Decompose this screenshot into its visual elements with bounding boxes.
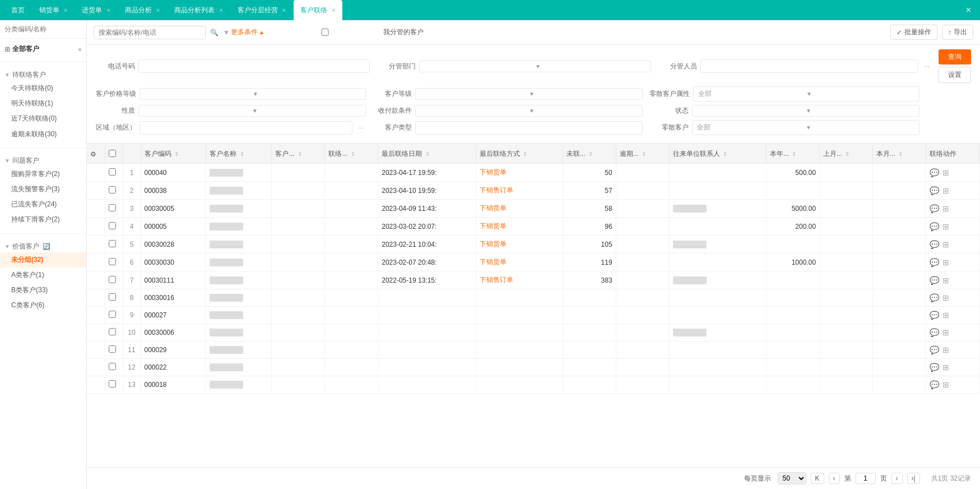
name-col-header[interactable]: 客户名称 ⇕ [206, 145, 272, 164]
row-checkbox[interactable] [109, 240, 116, 247]
last-method-cell[interactable]: 下销售订单 [476, 182, 563, 200]
row-checkbox[interactable] [109, 204, 116, 211]
row-checkbox[interactable] [109, 293, 116, 301]
row-checkbox[interactable] [109, 258, 116, 265]
sidebar-item-abnormal[interactable]: 囤购异常客户(2) [0, 167, 86, 182]
method-link[interactable]: 下销售订单 [480, 276, 513, 284]
page-number-input[interactable] [856, 473, 876, 484]
last-method-cell[interactable]: 下销货单 [476, 164, 563, 182]
chat-action-icon[interactable]: 💬 [930, 258, 939, 267]
region-dots-button[interactable]: ··· [356, 124, 366, 132]
customer-contact-tab-close[interactable]: × [332, 7, 335, 13]
sidebar-item-class-a[interactable]: A类客户(1) [0, 267, 86, 283]
status-select[interactable]: ▼ [692, 105, 919, 117]
sidebar-item-today-pending[interactable]: 今天待联络(0) [0, 81, 86, 96]
tab-home[interactable]: 首页 [4, 0, 31, 20]
pending-header[interactable]: ▼ 待联络客户 [0, 68, 86, 81]
this-year-col-header[interactable]: 本年... ⇕ [767, 145, 820, 164]
tab-customer-tier[interactable]: 客户分层经营 × [231, 0, 292, 20]
region-input[interactable] [140, 121, 352, 135]
checkbox-cell[interactable] [105, 218, 123, 236]
sidebar-search-input[interactable] [4, 25, 87, 33]
tab-purchase[interactable]: 进货单 × [75, 0, 117, 20]
chat-action-icon[interactable]: 💬 [930, 168, 939, 177]
chat-action-icon[interactable]: 💬 [930, 186, 939, 195]
checkbox-cell[interactable] [105, 271, 123, 289]
last-method-col-header[interactable]: 最后联络方式 ⇕ [476, 145, 563, 164]
next-page-button[interactable]: › [891, 473, 903, 484]
method-link[interactable]: 下销货单 [480, 222, 507, 230]
tab-sales[interactable]: 销货单 × [32, 0, 74, 20]
settings-col-header[interactable]: ⚙ [87, 145, 105, 164]
method-link[interactable]: 下销货单 [480, 204, 507, 212]
product-analysis-list-tab-close[interactable]: × [219, 7, 222, 13]
chat-action-icon[interactable]: 💬 [930, 328, 939, 337]
my-customers-checkbox[interactable] [269, 29, 381, 36]
checkbox-cell[interactable] [105, 164, 123, 182]
sparse-attr-select[interactable]: 全部 ▼ [693, 86, 919, 102]
customer-type-input[interactable] [415, 121, 643, 135]
row-checkbox[interactable] [109, 276, 116, 283]
grid-action-icon[interactable]: ⊞ [942, 186, 949, 195]
page-size-select[interactable]: 50 10 20 100 [778, 472, 806, 485]
chat-action-icon[interactable]: 💬 [930, 276, 939, 285]
tab-product-analysis[interactable]: 商品分析 × [118, 0, 166, 20]
sidebar-item-churned[interactable]: 已流失客户(24) [0, 197, 86, 212]
code-col-header[interactable]: 客户编码 ⇕ [141, 145, 206, 164]
grid-action-icon[interactable]: ⊞ [942, 311, 949, 320]
grid-action-icon[interactable]: ⊞ [942, 240, 949, 249]
filter-search-button[interactable]: 🔍 [210, 29, 219, 36]
sidebar-item-ungrouped[interactable]: 未分组(32) [0, 252, 86, 267]
prev-page-button[interactable]: ‹ [829, 473, 840, 484]
last-method-cell[interactable]: 下销货单 [476, 236, 563, 253]
checkbox-cell[interactable] [105, 376, 123, 394]
grid-action-icon[interactable]: ⊞ [942, 258, 949, 267]
sidebar-item-class-b[interactable]: B类客户(33) [0, 283, 86, 298]
checkbox-cell[interactable] [105, 289, 123, 307]
row-checkbox[interactable] [109, 363, 116, 370]
last-method-cell[interactable]: 下销货单 [476, 200, 563, 218]
batch-operation-button[interactable]: ✓ 批量操作 [890, 25, 937, 40]
first-page-button[interactable]: K [811, 473, 824, 484]
chat-action-icon[interactable]: 💬 [930, 240, 939, 249]
checkbox-cell[interactable] [105, 342, 123, 359]
contact-col-header[interactable]: 联络... ⇕ [325, 145, 378, 164]
collapse-sidebar-button[interactable]: « [78, 45, 82, 53]
sales-tab-close[interactable]: × [64, 7, 67, 13]
unit-contact-col-header[interactable]: 往来单位联系人 ⇕ [669, 145, 767, 164]
checkbox-cell[interactable] [105, 182, 123, 200]
export-button[interactable]: ↑ 导出 [942, 25, 973, 40]
method-link[interactable]: 下销售订单 [480, 186, 513, 194]
last-method-cell[interactable]: 下销售订单 [476, 271, 563, 289]
purchase-tab-close[interactable]: × [106, 7, 110, 13]
checkbox-col-header[interactable] [105, 145, 123, 164]
sidebar-item-overdue-pending[interactable]: 逾期未联络(30) [0, 127, 86, 142]
sidebar-item-7day-pending[interactable]: 近7天待联络(0) [0, 111, 86, 126]
grid-action-icon[interactable]: ⊞ [942, 363, 949, 372]
checkbox-cell[interactable] [105, 307, 123, 324]
sidebar-item-class-c[interactable]: C类客户(6) [0, 298, 86, 313]
row-checkbox[interactable] [109, 168, 116, 176]
row-checkbox[interactable] [109, 328, 116, 335]
this-month-col-header[interactable]: 本月... ⇕ [873, 145, 926, 164]
last-date-col-header[interactable]: 最后联络日期 ⇕ [378, 145, 476, 164]
checkbox-cell[interactable] [105, 253, 123, 271]
grid-action-icon[interactable]: ⊞ [942, 168, 949, 177]
more-conditions-button[interactable]: ▼ 更多条件 ▲ [223, 27, 264, 37]
last-method-cell[interactable]: 下销货单 [476, 218, 563, 236]
sidebar-item-tomorrow-pending[interactable]: 明天待联络(1) [0, 96, 86, 111]
nature-select[interactable]: ▼ [138, 105, 366, 117]
problem-header[interactable]: ▼ 问题客户 [0, 154, 86, 167]
tab-customer-contact[interactable]: 客户联络 × [294, 0, 342, 20]
grid-action-icon[interactable]: ⊞ [942, 293, 949, 302]
last-method-cell[interactable]: 下销货单 [476, 253, 563, 271]
no-contact-col-header[interactable]: 未联... ⇕ [563, 145, 616, 164]
customer-tier-select[interactable]: ▼ [415, 88, 643, 100]
chat-action-icon[interactable]: 💬 [930, 363, 939, 372]
search-input[interactable] [94, 26, 206, 39]
my-customers-checkbox-wrap[interactable]: 我分管的客户 [269, 27, 424, 37]
price-tier-select[interactable]: ▼ [140, 88, 366, 100]
payment-select[interactable]: ▼ [415, 105, 643, 117]
reset-button[interactable]: 设置 [939, 67, 971, 83]
row-checkbox[interactable] [109, 222, 116, 229]
